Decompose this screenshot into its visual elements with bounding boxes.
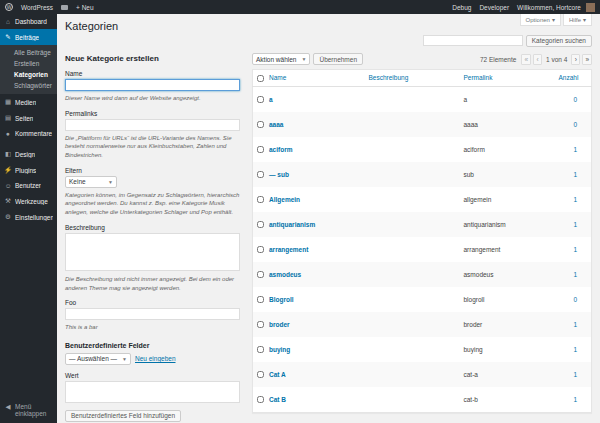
row-checkbox[interactable]: [257, 271, 264, 278]
enter-new-field-link[interactable]: Neu eingeben: [135, 355, 175, 362]
category-name-link[interactable]: aaaa: [269, 121, 283, 128]
sidebar-item-pages[interactable]: ▤Seiten: [0, 110, 57, 126]
category-name-link[interactable]: arrangement: [269, 246, 308, 253]
column-header-description[interactable]: Beschreibung: [366, 70, 461, 87]
category-name-link[interactable]: — sub: [269, 171, 289, 178]
bulk-action-select[interactable]: Aktion wählen ▼: [252, 53, 310, 65]
category-count-link[interactable]: 1: [573, 246, 577, 253]
custom-field-value-textarea[interactable]: [65, 381, 240, 403]
row-checkbox[interactable]: [257, 321, 264, 328]
site-name-menu[interactable]: WordPress: [21, 4, 53, 11]
sidebar-item-dashboard[interactable]: ⌂Dashboard: [0, 14, 57, 29]
items-count: 72 Elemente: [480, 56, 517, 63]
sidebar-item-erstellen[interactable]: Erstellen: [0, 58, 57, 69]
row-checkbox[interactable]: [257, 246, 264, 253]
sidebar-item-comments[interactable]: ●Kommentare: [0, 126, 57, 141]
category-count-link[interactable]: 1: [573, 271, 577, 278]
help-button[interactable]: Hilfe ▾: [563, 14, 592, 26]
category-description: [366, 287, 461, 312]
category-count-link[interactable]: 1: [573, 371, 577, 378]
row-checkbox[interactable]: [257, 396, 264, 403]
sidebar-item-appearance[interactable]: ◧Design: [0, 146, 57, 162]
category-count-link[interactable]: 0: [573, 296, 577, 303]
row-checkbox[interactable]: [257, 371, 264, 378]
category-permalink: cat-b: [461, 387, 556, 413]
media-icon: ▦: [4, 98, 12, 106]
prev-page-button[interactable]: ‹: [533, 54, 542, 65]
category-count-link[interactable]: 1: [573, 396, 577, 403]
row-checkbox[interactable]: [257, 121, 264, 128]
name-label: Name: [65, 70, 240, 77]
row-checkbox[interactable]: [257, 346, 264, 353]
slug-input[interactable]: [65, 119, 240, 131]
sidebar-item-schlagwoerter[interactable]: Schlagwörter: [0, 80, 57, 91]
category-count-link[interactable]: 1: [573, 196, 577, 203]
select-all-checkbox[interactable]: [257, 75, 264, 82]
category-count-link[interactable]: 1: [573, 346, 577, 353]
row-checkbox[interactable]: [257, 296, 264, 303]
category-count-link[interactable]: 1: [573, 171, 577, 178]
row-checkbox[interactable]: [257, 146, 264, 153]
name-input[interactable]: [65, 79, 240, 91]
custom-fields-heading: Benutzerdefinierte Felder: [65, 342, 240, 349]
add-custom-field-button[interactable]: Benutzerdefiniertes Feld hinzufügen: [65, 410, 181, 422]
sidebar-item-alle-beitraege[interactable]: Alle Beiträge: [0, 47, 57, 58]
foo-input[interactable]: [65, 308, 240, 320]
search-input[interactable]: [423, 35, 523, 46]
column-header-name[interactable]: Name: [266, 70, 366, 87]
category-description: [366, 337, 461, 362]
sidebar-item-media[interactable]: ▦Medien: [0, 94, 57, 110]
category-count-link[interactable]: 0: [573, 96, 577, 103]
column-header-count[interactable]: Anzahl: [556, 70, 592, 87]
new-content-menu[interactable]: + Neu: [76, 4, 94, 11]
search-button[interactable]: Kategorien suchen: [526, 35, 592, 47]
wp-logo-menu[interactable]: W: [5, 3, 13, 11]
category-count-link[interactable]: 1: [573, 221, 577, 228]
category-name-link[interactable]: broder: [269, 321, 290, 328]
last-page-button[interactable]: »: [582, 54, 592, 65]
category-name-link[interactable]: Allgemein: [269, 196, 300, 203]
category-name-link[interactable]: a: [269, 96, 273, 103]
row-checkbox[interactable]: [257, 221, 264, 228]
category-name-link[interactable]: aciform: [269, 146, 292, 153]
developer-menu[interactable]: Developer: [479, 4, 509, 11]
sidebar-item-tools[interactable]: ⚒Werkzeuge: [0, 193, 57, 209]
category-count-link[interactable]: 1: [573, 146, 577, 153]
category-name-link[interactable]: asmodeus: [269, 271, 301, 278]
category-name-link[interactable]: Cat A: [269, 371, 286, 378]
sidebar-item-label: Werkzeuge: [15, 198, 48, 205]
apply-button[interactable]: Übernehmen: [313, 53, 363, 65]
sidebar-item-users[interactable]: ☺Benutzer: [0, 178, 57, 193]
category-name-link[interactable]: buying: [269, 346, 290, 353]
sidebar-item-posts[interactable]: ✎Beiträge: [0, 29, 57, 45]
table-row: antiquarianismantiquarianism1: [253, 212, 592, 237]
collapse-menu-button[interactable]: ◀ Menü einklappen: [0, 400, 57, 420]
sidebar-item-kategorien[interactable]: Kategorien: [0, 69, 57, 80]
debug-menu[interactable]: Debug: [452, 4, 471, 11]
screen-options-button[interactable]: Optionen ▾: [520, 14, 561, 26]
category-count-link[interactable]: 1: [573, 321, 577, 328]
categories-table: Name Beschreibung Permalink Anzahl aa0aa…: [252, 69, 592, 413]
row-checkbox[interactable]: [257, 196, 264, 203]
comments-menu[interactable]: [61, 5, 68, 10]
category-description: [366, 187, 461, 212]
sidebar-item-settings[interactable]: ⚙Einstellungen: [0, 209, 57, 225]
category-name-link[interactable]: antiquarianism: [269, 221, 315, 228]
comments-icon: ●: [4, 130, 12, 137]
column-header-permalink[interactable]: Permalink: [461, 70, 556, 87]
category-description: [366, 237, 461, 262]
next-page-button[interactable]: ›: [571, 54, 580, 65]
account-menu[interactable]: Willkommen, Hortcore: [517, 3, 595, 12]
description-textarea[interactable]: [65, 233, 240, 271]
comment-bubble-icon: [61, 5, 68, 10]
custom-field-select[interactable]: — Auswählen — ▼: [65, 353, 131, 365]
first-page-button[interactable]: «: [521, 54, 531, 65]
row-checkbox[interactable]: [257, 171, 264, 178]
category-count-link[interactable]: 0: [573, 121, 577, 128]
parent-select[interactable]: Keine ▼: [65, 176, 117, 188]
category-permalink: a: [461, 86, 556, 112]
sidebar-item-plugins[interactable]: ⚡Plugins: [0, 162, 57, 178]
category-name-link[interactable]: Cat B: [269, 396, 286, 403]
row-checkbox[interactable]: [257, 96, 264, 103]
category-name-link[interactable]: Blogroll: [269, 296, 294, 303]
